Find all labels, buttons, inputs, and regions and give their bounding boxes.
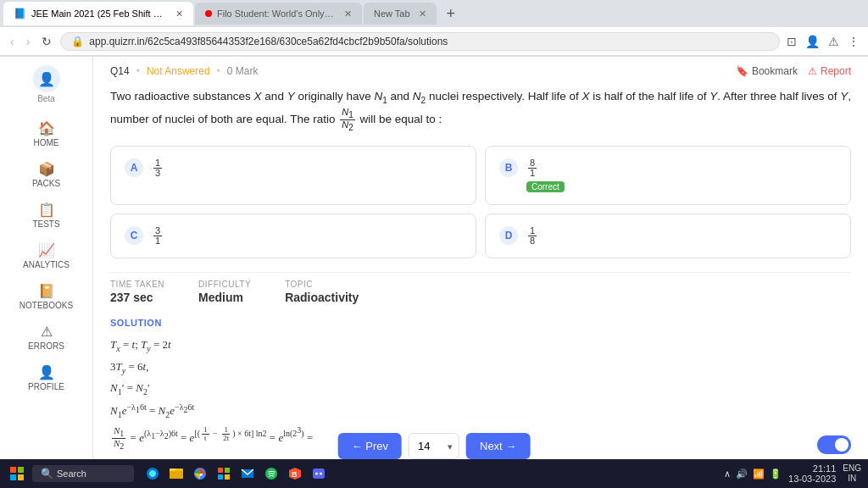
solution-section: SOLUTION Tx = t; Ty = 2t 3Ty = 6t, N1′ =… [110,318,851,451]
sidebar-item-tests-label: TESTS [32,219,59,229]
sidebar-logo: 👤 Beta [33,65,60,103]
bookmark-icon: 🔖 [736,65,748,77]
sidebar-item-packs[interactable]: 📦 PACKS [8,156,85,193]
option-c-content: 31 [152,226,164,246]
question-number: Q14 [110,65,130,77]
svg-rect-0 [10,467,16,473]
back-button[interactable]: ‹ [7,33,18,50]
logo-label: Beta [37,94,55,103]
taskbar-search[interactable]: 🔍 Search [32,465,134,482]
tab-active[interactable]: 📘 JEE Main 2021 (25 Feb Shift 1) - C ✕ [3,2,193,25]
taskbar-apps: B [142,463,329,484]
notebooks-icon: 📔 [38,283,55,299]
difficulty-label: DIFFICULTY [198,280,251,289]
svg-rect-9 [218,468,223,473]
sidebar-item-errors[interactable]: ⚠ ERRORS [8,319,85,356]
option-a[interactable]: A 13 [110,146,476,205]
option-b-content: 81 Correct [526,158,565,192]
question-header: Q14 • Not Answered • 0 Mark 🔖 Bookmark ⚠… [110,65,851,77]
errors-icon: ⚠ [41,324,53,340]
tab2-close-button[interactable]: ✕ [344,8,352,19]
stat-time: TIME TAKEN 237 sec [110,280,164,304]
tab2-title: Filo Student: World's Only Live In… [217,8,336,19]
taskbar-up-arrow[interactable]: ∧ [724,469,731,480]
tab-bar: 📘 JEE Main 2021 (25 Feb Shift 1) - C ✕ F… [0,0,868,27]
taskbar-volume[interactable]: 🔊 [736,469,748,480]
forward-button[interactable]: › [23,33,34,50]
tab-close-button[interactable]: ✕ [175,8,183,19]
reload-button[interactable]: ↻ [38,33,55,50]
page-select[interactable]: 14 [409,433,459,459]
tab2-favicon [205,8,212,19]
sidebar-item-home[interactable]: 🏠 HOME [8,115,85,152]
taskbar-search-text: Search [57,469,86,479]
svg-rect-10 [225,468,230,473]
sidebar-item-analytics[interactable]: 📈 ANALYTICS [8,237,85,274]
profile-icon: 👤 [38,364,55,380]
sidebar-item-errors-label: ERRORS [28,341,64,351]
solution-label: SOLUTION [110,318,851,328]
svg-rect-11 [218,474,223,480]
correct-badge: Correct [526,181,565,192]
alert-icon-button[interactable]: ⚠ [826,33,841,50]
packs-icon: 📦 [38,161,55,177]
option-a-label: A [125,158,143,177]
tab3-close-button[interactable]: ✕ [419,8,426,19]
taskbar-app-edge[interactable] [142,463,163,484]
option-b[interactable]: B 81 Correct [485,146,851,205]
new-tab-button[interactable]: + [442,5,461,23]
bookmark-label: Bookmark [752,65,798,77]
svg-point-19 [320,473,322,475]
option-c-label: C [125,226,143,245]
sidebar-item-tests[interactable]: 📋 TESTS [8,197,85,234]
next-button[interactable]: Next → [466,433,530,459]
taskbar-battery[interactable]: 🔋 [770,469,782,480]
separator-2: • [217,65,220,77]
svg-rect-5 [170,471,183,479]
option-d-content: 18 [526,226,538,246]
option-a-content: 13 [152,158,164,178]
prev-button[interactable]: ← Prev [338,433,402,459]
tab-title: JEE Main 2021 (25 Feb Shift 1) - C [31,8,167,19]
option-c[interactable]: C 31 [110,214,476,258]
extensions-button[interactable]: ⋮ [846,33,861,50]
sidebar-item-notebooks-label: NOTEBOOKS [19,301,73,310]
taskbar-wifi[interactable]: 📶 [753,469,765,480]
topic-value: Radioactivity [285,291,359,304]
main-layout: 👤 Beta 🏠 HOME 📦 PACKS 📋 TESTS 📈 ANALYTIC… [0,57,868,488]
taskbar-app-brave[interactable]: B [285,463,305,484]
report-icon: ⚠ [808,65,817,77]
svg-rect-17 [313,469,325,479]
header-actions: 🔖 Bookmark ⚠ Report [736,65,851,77]
tab3-title: New Tab [374,8,410,19]
tab-inactive-1[interactable]: Filo Student: World's Only Live In… ✕ [195,3,362,25]
tab-inactive-2[interactable]: New Tab ✕ [364,3,437,25]
browser-bar: 📘 JEE Main 2021 (25 Feb Shift 1) - C ✕ F… [0,0,868,57]
svg-rect-3 [18,474,24,480]
url-bar[interactable]: 🔒 app.quizrr.in/62c5ca493f85644353f2e168… [60,32,780,51]
svg-rect-6 [170,469,175,471]
bookmark-button[interactable]: 🔖 Bookmark [736,65,798,77]
taskbar-app-store[interactable] [214,463,234,484]
cast-button[interactable]: ⊡ [785,33,798,50]
toggle-button[interactable] [817,435,851,454]
taskbar: 🔍 Search B ∧ 🔊 📶 [0,459,868,488]
taskbar-app-explorer[interactable] [166,463,186,484]
sidebar-item-notebooks[interactable]: 📔 NOTEBOOKS [8,278,85,315]
taskbar-app-discord[interactable] [309,463,329,484]
svg-rect-12 [225,474,230,480]
svg-text:B: B [292,470,298,479]
options-grid: A 13 B 81 Correct C 31 [110,146,851,258]
taskbar-app-chrome[interactable] [190,463,210,484]
taskbar-app-mail[interactable] [237,463,258,484]
sidebar-item-profile[interactable]: 👤 PROFILE [8,359,85,396]
svg-point-18 [315,473,318,475]
option-d[interactable]: D 18 [485,214,851,258]
report-button[interactable]: ⚠ Report [808,65,851,77]
taskbar-app-spotify[interactable] [261,463,281,484]
profile-icon-button[interactable]: 👤 [804,33,821,50]
question-meta: Q14 • Not Answered • 0 Mark [110,65,259,77]
logo-icon[interactable]: 👤 [33,65,60,92]
taskbar-clock-group[interactable]: 21:11 13-03-2023 [788,463,836,484]
windows-start-button[interactable] [7,463,27,484]
